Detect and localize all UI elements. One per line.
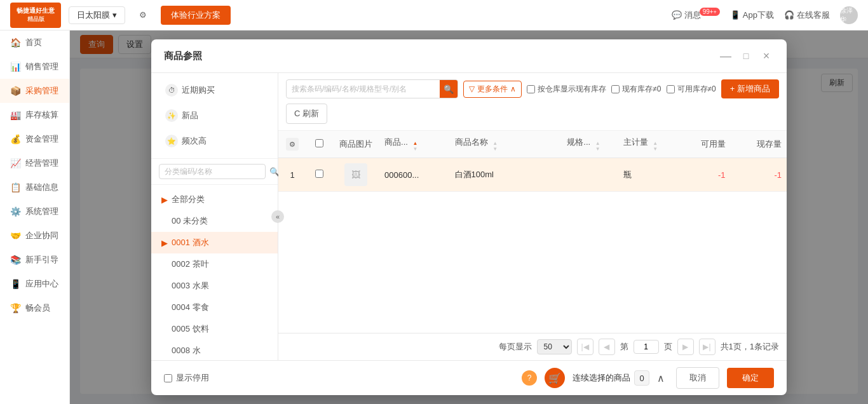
app-download-item[interactable]: 📱 App下载 <box>730 10 774 21</box>
headset-icon: 🎧 <box>784 10 794 20</box>
sidebar-item-member[interactable]: 🏆 畅会员 <box>0 296 69 320</box>
customer-service-item[interactable]: 🎧 在线客服 <box>784 10 830 21</box>
table-header-row: ⚙ 商品图片 商品... <box>278 131 787 158</box>
store-selector[interactable]: 日太阳膜 ▾ <box>69 6 125 24</box>
warehouse-checkbox-input[interactable] <box>527 85 535 93</box>
last-page-button[interactable]: ▶| <box>699 339 715 355</box>
warehouse-display-checkbox[interactable]: 按仓库显示现有库存 <box>527 84 606 95</box>
category-search-section: 🔍 <box>151 159 278 185</box>
col-header-name[interactable]: 商品名称 ▲ ▼ <box>450 131 562 158</box>
sidebar-item-app[interactable]: 📱 应用中心 <box>0 272 69 296</box>
available-checkbox-input[interactable] <box>667 85 675 93</box>
sales-icon: 📊 <box>10 62 20 72</box>
settings-icon[interactable]: ⚙ <box>133 5 153 25</box>
app-logo: 畅捷通好生意 精品版 <box>10 3 61 28</box>
sidebar-item-purchase[interactable]: 📦 采购管理 <box>0 79 69 103</box>
page-number-input[interactable] <box>634 340 659 354</box>
existing-stock-checkbox[interactable]: 现有库存≠0 <box>611 84 661 95</box>
code-sort-arrows: ▲ ▼ <box>413 141 418 152</box>
category-item-all[interactable]: ▶ 全部分类 <box>151 189 278 210</box>
category-item-unclassified[interactable]: 00 未分类 <box>151 210 278 232</box>
warehouse-checkbox-label: 按仓库显示现有库存 <box>538 84 606 95</box>
col-header-num: ⚙ <box>278 131 306 158</box>
basic-icon: 📋 <box>10 182 20 192</box>
row-checkbox[interactable] <box>315 170 323 178</box>
table-settings-icon[interactable]: ⚙ <box>286 138 299 151</box>
continue-select-label: 连续选择的商品 <box>573 372 630 384</box>
category-item-liquor[interactable]: ▶ 0001 酒水 <box>151 232 278 253</box>
refresh-product-button[interactable]: C 刷新 <box>286 104 327 124</box>
category-item-drink[interactable]: 0005 饮料 <box>151 318 278 340</box>
next-page-button[interactable]: ▶ <box>677 339 694 355</box>
category-item-water[interactable]: 0008 水 <box>151 340 278 360</box>
sidebar-item-inventory-label: 库存核算 <box>25 109 58 121</box>
existing-checkbox-input[interactable] <box>611 85 620 93</box>
category-search-input[interactable] <box>159 164 266 179</box>
existing-checkbox-label: 现有库存≠0 <box>622 84 661 95</box>
quick-item-new[interactable]: ✨ 新品 <box>159 105 270 126</box>
modal-title: 商品参照 <box>164 50 202 62</box>
show-disabled-input[interactable] <box>164 374 172 382</box>
category-fruit-label: 0003 水果 <box>161 280 209 292</box>
sidebar-item-finance[interactable]: 💰 资金管理 <box>0 127 69 151</box>
content-area: 查询 设置 刷新 商品参照 — □ × <box>70 30 868 404</box>
total-info: 共1页，1条记录 <box>721 341 779 353</box>
close-button[interactable]: × <box>759 48 774 64</box>
product-table-body: 1 🖼 <box>278 158 787 192</box>
sidebar-item-enterprise[interactable]: 🤝 企业协同 <box>0 224 69 248</box>
maximize-button[interactable]: □ <box>738 48 754 64</box>
sidebar-item-system-label: 系统管理 <box>25 206 58 217</box>
category-item-fruit[interactable]: 0003 水果 <box>151 275 278 297</box>
experience-button[interactable]: 体验行业方案 <box>161 6 231 25</box>
add-product-button[interactable]: + 新增商品 <box>721 79 779 98</box>
sidebar-item-basic-label: 基础信息 <box>25 182 58 193</box>
sidebar-item-basic[interactable]: 📋 基础信息 <box>0 175 69 199</box>
show-disabled-checkbox[interactable]: 显示停用 <box>164 372 209 384</box>
row-checkbox-cell[interactable] <box>306 158 332 192</box>
sidebar-item-operation[interactable]: 📈 经营管理 <box>0 151 69 175</box>
messages-item[interactable]: 💬 消息 99++ <box>672 10 720 21</box>
customer-service-label: 在线客服 <box>797 10 830 21</box>
col-header-code[interactable]: 商品... ▲ ▼ <box>379 131 449 158</box>
quick-item-recent[interactable]: ⏱ 近期购买 <box>159 79 270 101</box>
sidebar-item-inventory[interactable]: 🏭 库存核算 <box>0 103 69 127</box>
quick-item-frequent[interactable]: ⭐ 频次高 <box>159 130 270 152</box>
selected-count-badge: 0 <box>634 370 649 386</box>
available-stock-checkbox[interactable]: 可用库存≠0 <box>667 84 716 95</box>
select-all-checkbox[interactable] <box>315 139 323 147</box>
footer-collapse-button[interactable]: ∧ <box>653 370 668 386</box>
product-table-wrap: ⚙ 商品图片 商品... <box>278 131 787 333</box>
page-size-select[interactable]: 50 10 20 100 <box>537 339 572 354</box>
avatar[interactable]: 徐泽华 <box>840 6 858 24</box>
more-filters-button[interactable]: ▽ 更多条件 ∧ <box>463 81 522 98</box>
first-page-button[interactable]: |◀ <box>577 339 593 355</box>
minimize-button[interactable]: — <box>718 48 733 64</box>
recent-icon: ⏱ <box>165 84 178 97</box>
quick-item-recent-label: 近期购买 <box>182 84 215 96</box>
category-snack-label: 0004 零食 <box>161 302 209 313</box>
col-header-spec[interactable]: 规格... ▲ ▼ <box>562 131 618 158</box>
quick-access-section: ⏱ 近期购买 ✨ 新品 ⭐ 频次高 <box>151 73 278 159</box>
row-code: 000600... <box>379 158 449 192</box>
category-item-snack[interactable]: 0004 零食 <box>151 297 278 318</box>
confirm-button[interactable]: 确定 <box>727 368 774 388</box>
sidebar-item-home[interactable]: 🏠 首页 <box>0 30 69 55</box>
category-drink-label: 0005 饮料 <box>161 323 209 335</box>
sidebar-item-system[interactable]: ⚙️ 系统管理 <box>0 199 69 224</box>
col-header-unit[interactable]: 主计量 ▲ ▼ <box>618 131 674 158</box>
product-search-input[interactable] <box>287 81 440 97</box>
row-num: 1 <box>278 158 306 192</box>
messages-badge: 99++ <box>700 8 720 16</box>
category-item-tea[interactable]: 0002 茶叶 <box>151 253 278 275</box>
product-search-button[interactable]: 🔍 <box>440 80 458 98</box>
help-button[interactable]: ? <box>522 370 537 386</box>
cart-button[interactable]: 🛒 <box>545 368 565 388</box>
prev-page-button[interactable]: ◀ <box>599 339 615 355</box>
collapse-panel-button[interactable]: « <box>271 210 284 223</box>
sidebar-item-guide[interactable]: 📚 新手引导 <box>0 248 69 272</box>
cancel-button[interactable]: 取消 <box>676 367 719 389</box>
table-row[interactable]: 1 🖼 <box>278 158 787 192</box>
filter-arrow: ∧ <box>510 84 516 93</box>
filter-label: 更多条件 <box>477 84 508 95</box>
sidebar-item-sales[interactable]: 📊 销售管理 <box>0 55 69 79</box>
